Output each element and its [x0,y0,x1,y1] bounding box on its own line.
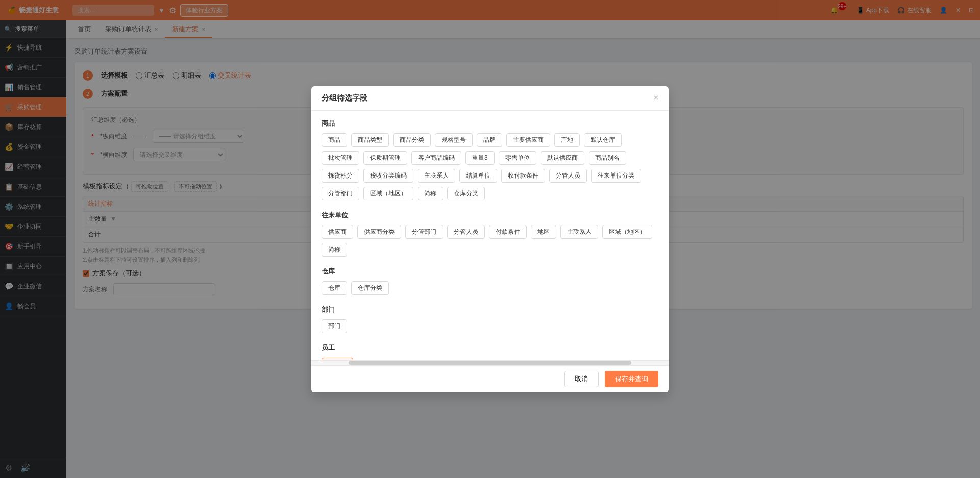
field-tag-0-15[interactable]: 拣货积分 [322,169,359,183]
modal-body: 商品商品商品类型商品分类规格型号品牌主要供应商产地默认仓库批次管理保质期管理客户… [311,111,669,360]
field-tag-0-22[interactable]: 分管部门 [322,187,359,200]
field-group-往来单位: 往来单位供应商供应商分类分管部门分管人员付款条件地区主联系人区域（地区）简称 [322,211,658,257]
field-tag-0-3[interactable]: 规格型号 [435,133,473,147]
field-tags-3: 部门 [322,319,658,333]
field-tag-0-18[interactable]: 结算单位 [459,169,497,183]
field-tags-2: 仓库仓库分类 [322,281,658,295]
modal-overlay[interactable]: 分组待选字段 × 商品商品商品类型商品分类规格型号品牌主要供应商产地默认仓库批次… [0,0,980,478]
modal-hscroll-thumb [349,361,631,365]
field-tags-0: 商品商品类型商品分类规格型号品牌主要供应商产地默认仓库批次管理保质期管理客户商品… [322,133,658,200]
modal-close-btn[interactable]: × [654,93,658,103]
field-tags-1: 供应商供应商分类分管部门分管人员付款条件地区主联系人区域（地区）简称 [322,225,658,257]
modal-dialog: 分组待选字段 × 商品商品商品类型商品分类规格型号品牌主要供应商产地默认仓库批次… [311,86,669,392]
field-tag-0-2[interactable]: 商品分类 [393,133,431,147]
modal-hscrollbar[interactable] [311,360,669,365]
modal-cancel-btn[interactable]: 取消 [564,371,599,387]
field-group-title-1: 往来单位 [322,211,658,220]
field-group-商品: 商品商品商品类型商品分类规格型号品牌主要供应商产地默认仓库批次管理保质期管理客户… [322,119,658,200]
field-tag-0-10[interactable]: 客户商品编码 [411,151,461,165]
field-tag-0-24[interactable]: 简称 [418,187,443,200]
field-tag-0-11[interactable]: 重量3 [465,151,495,165]
field-group-title-4: 员工 [322,343,658,353]
field-tag-0-4[interactable]: 品牌 [477,133,502,147]
field-tag-0-20[interactable]: 分管人员 [549,169,587,183]
field-tag-0-0[interactable]: 商品 [322,133,347,147]
modal-title: 分组待选字段 [322,93,368,103]
field-tag-2-0[interactable]: 仓库 [322,281,347,295]
field-tag-0-12[interactable]: 零售单位 [499,151,536,165]
field-tag-0-25[interactable]: 仓库分类 [447,187,485,200]
field-tag-0-6[interactable]: 产地 [554,133,580,147]
field-group-仓库: 仓库仓库仓库分类 [322,267,658,295]
field-tag-1-3[interactable]: 分管人员 [447,225,485,239]
field-tag-1-0[interactable]: 供应商 [322,225,353,239]
field-tag-1-7[interactable]: 区域（地区） [602,225,652,239]
field-tag-0-19[interactable]: 收付款条件 [501,169,545,183]
field-tag-2-1[interactable]: 仓库分类 [351,281,389,295]
field-tag-3-0[interactable]: 部门 [322,319,347,333]
field-group-title-0: 商品 [322,119,658,128]
field-tag-1-2[interactable]: 分管部门 [405,225,443,239]
field-tag-0-21[interactable]: 往来单位分类 [591,169,641,183]
field-tag-0-14[interactable]: 商品别名 [589,151,626,165]
field-tag-0-16[interactable]: 税收分类编码 [363,169,413,183]
field-tag-1-1[interactable]: 供应商分类 [357,225,401,239]
field-group-部门: 部门部门 [322,305,658,333]
field-group-title-3: 部门 [322,305,658,314]
field-tag-1-5[interactable]: 地区 [531,225,556,239]
field-tag-0-1[interactable]: 商品类型 [351,133,389,147]
field-tag-0-9[interactable]: 保质期管理 [363,151,407,165]
field-tag-1-8[interactable]: 简称 [322,243,347,257]
modal-footer: 取消 保存并查询 [311,365,669,392]
field-group-员工: 员工业务员 [322,343,658,360]
field-tag-0-17[interactable]: 主联系人 [418,169,455,183]
field-tag-0-7[interactable]: 默认仓库 [584,133,622,147]
field-tag-0-8[interactable]: 批次管理 [322,151,359,165]
field-tag-1-4[interactable]: 付款条件 [489,225,527,239]
field-tag-1-6[interactable]: 主联系人 [560,225,598,239]
field-tag-0-13[interactable]: 默认供应商 [541,151,584,165]
field-tag-0-5[interactable]: 主要供应商 [506,133,550,147]
field-tag-0-23[interactable]: 区域（地区） [363,187,413,200]
modal-confirm-btn[interactable]: 保存并查询 [605,371,658,387]
modal-header: 分组待选字段 × [311,86,669,111]
field-group-title-2: 仓库 [322,267,658,276]
